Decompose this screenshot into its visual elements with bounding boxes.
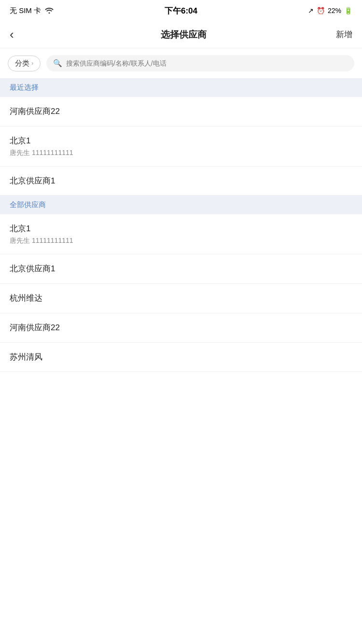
item-sub: 唐先生 11111111111	[10, 149, 352, 157]
item-name: 北京1	[10, 135, 352, 147]
page-title: 选择供应商	[161, 28, 207, 41]
filter-bar: 分类 › 🔍	[0, 48, 362, 78]
add-new-button[interactable]: 新增	[336, 29, 352, 40]
status-bar: 无 SIM 卡 下午6:04 ↗ ⏰ 22% 🔋	[0, 0, 362, 21]
battery-label: 22%	[328, 7, 341, 14]
list-item[interactable]: 河南供应商22	[0, 97, 362, 126]
list-item[interactable]: 北京供应商1	[0, 254, 362, 284]
item-name: 河南供应商22	[10, 322, 352, 334]
all-section-header: 全部供应商	[0, 196, 362, 214]
search-box: 🔍	[46, 55, 354, 71]
item-name: 北京供应商1	[10, 175, 352, 187]
list-item[interactable]: 杭州维达	[0, 284, 362, 313]
item-name: 杭州维达	[10, 293, 352, 304]
category-label: 分类	[15, 59, 29, 68]
status-right: ↗ ⏰ 22% 🔋	[308, 7, 352, 14]
search-icon: 🔍	[53, 59, 62, 68]
recent-items-list: 河南供应商22北京1唐先生 11111111111北京供应商1	[0, 97, 362, 196]
chevron-right-icon: ›	[31, 60, 33, 67]
category-filter-button[interactable]: 分类 ›	[8, 56, 41, 71]
carrier-label: 无 SIM 卡	[10, 6, 41, 15]
battery-icon: 🔋	[344, 7, 352, 14]
list-item[interactable]: 北京供应商1	[0, 167, 362, 196]
list-item[interactable]: 河南供应商22	[0, 313, 362, 343]
status-time: 下午6:04	[165, 5, 197, 16]
status-left: 无 SIM 卡	[10, 6, 54, 15]
item-sub: 唐先生 11111111111	[10, 237, 352, 245]
item-name: 北京1	[10, 223, 352, 235]
list-item[interactable]: 苏州清风	[0, 343, 362, 372]
item-name: 苏州清风	[10, 351, 352, 363]
all-items-list: 北京1唐先生 11111111111北京供应商1杭州维达河南供应商22苏州清风	[0, 214, 362, 372]
location-icon: ↗	[308, 7, 314, 14]
recent-section-header: 最近选择	[0, 78, 362, 97]
back-button[interactable]: ‹	[10, 27, 31, 42]
list-item[interactable]: 北京1唐先生 11111111111	[0, 126, 362, 167]
search-input[interactable]	[66, 59, 348, 67]
wifi-icon	[45, 7, 54, 15]
nav-bar: ‹ 选择供应商 新增	[0, 21, 362, 48]
item-name: 北京供应商1	[10, 263, 352, 275]
alarm-icon: ⏰	[317, 7, 325, 14]
list-item[interactable]: 北京1唐先生 11111111111	[0, 214, 362, 254]
item-name: 河南供应商22	[10, 106, 352, 117]
